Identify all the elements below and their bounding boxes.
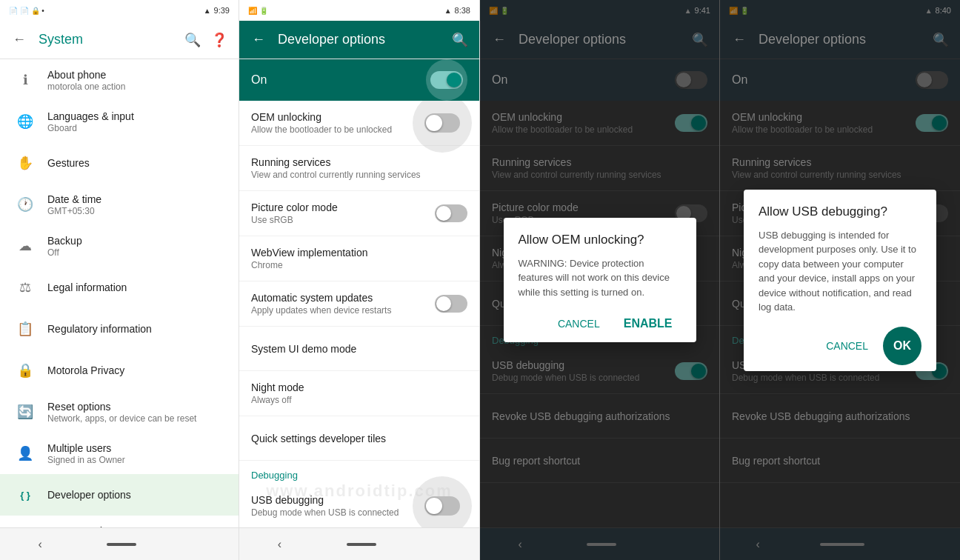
privacy-label: Motorola Privacy — [47, 364, 124, 376]
night-label-mid: Night mode — [251, 381, 467, 393]
color-toggle-mid[interactable] — [435, 204, 467, 222]
usb-ok-button[interactable]: OK — [883, 327, 921, 365]
webview-sub-mid: Chrome — [251, 260, 467, 270]
setting-oem-mid[interactable]: OEM unlocking Allow the bootloader to be… — [239, 101, 479, 146]
oem-cancel-button[interactable]: Cancel — [549, 311, 609, 336]
sidebar-item-legal[interactable]: ⚖ Legal information — [0, 267, 239, 308]
users-label: Multiple users — [47, 442, 125, 454]
appbar-title-left: System — [33, 32, 179, 47]
night-sub-mid: Always off — [251, 395, 467, 405]
setting-usb-mid[interactable]: USB debugging Debug mode when USB is con… — [239, 484, 479, 527]
users-sub: Signed in as Owner — [47, 455, 125, 465]
sidebar-item-about[interactable]: ℹ About phone motorola one action — [0, 59, 239, 101]
on-toggle-wrap-mid[interactable] — [426, 59, 467, 101]
reset-label: Reset options — [47, 401, 196, 413]
back-nav-mid[interactable]: ‹ — [266, 532, 293, 557]
search-button-left[interactable]: 🔍 — [179, 27, 206, 53]
on-toggle-mid[interactable] — [430, 71, 463, 89]
appbar-left: ← System 🔍 ❓ — [0, 21, 239, 59]
running-sub-mid: View and control currently running servi… — [251, 170, 467, 180]
usb-dialog-body: USB debugging is intended for developmen… — [759, 228, 921, 315]
sidebar-list: ℹ About phone motorola one action 🌐 Lang… — [0, 59, 239, 527]
sidebar-item-developer[interactable]: { } Developer options — [0, 474, 239, 516]
backup-icon: ☁ — [12, 233, 39, 259]
status-right-mid: ▲ 8:38 — [444, 6, 470, 15]
gestures-label: Gestures — [47, 157, 90, 169]
autoupdate-label-mid: Automatic system updates — [251, 292, 435, 304]
setting-running-mid[interactable]: Running services View and control curren… — [239, 146, 479, 191]
sidebar-item-regulatory[interactable]: 📋 Regulatory information — [0, 308, 239, 350]
sidebar-item-privacy[interactable]: 🔒 Motorola Privacy — [0, 350, 239, 391]
developer-options-panel-b: 📶 🔋 ▲ 8:40 ← Developer options 🔍 On OEM — [720, 0, 960, 560]
backup-sub: Off — [47, 247, 82, 258]
bottom-nav-mid: ‹ — [239, 527, 479, 560]
time-mid: 8:38 — [455, 6, 470, 15]
setting-webview-mid[interactable]: WebView implementation Chrome — [239, 236, 479, 281]
privacy-icon: 🔒 — [12, 357, 39, 384]
status-bar-mid: 📶 🔋 ▲ 8:38 — [239, 0, 479, 21]
usb-dialog-overlay: Allow USB debugging? USB debugging is in… — [720, 0, 960, 560]
settings-list-mid: OEM unlocking Allow the bootloader to be… — [239, 101, 479, 527]
help-button-left[interactable]: ❓ — [206, 27, 233, 53]
oem-enable-button[interactable]: Enable — [615, 311, 681, 336]
languages-icon: 🌐 — [12, 108, 39, 135]
setting-autoupdate-mid[interactable]: Automatic system updates Apply updates w… — [239, 281, 479, 327]
webview-label-mid: WebView implementation — [251, 247, 467, 259]
autoupdate-toggle-mid[interactable] — [435, 295, 467, 313]
right-panels-wrap: 📶 🔋 ▲ 9:41 ← Developer options 🔍 On OEM — [480, 0, 960, 560]
setting-demo-mid[interactable]: System UI demo mode — [239, 327, 479, 371]
gestures-icon: ✋ — [12, 150, 39, 176]
appbar-title-mid: Developer options — [272, 32, 447, 47]
notification-icons: 📄 📄 🔒 • — [9, 7, 44, 15]
reset-sub: Network, apps, or device can be reset — [47, 413, 196, 424]
toggle-circle-mid — [413, 101, 472, 153]
oem-dialog: Allow OEM unlocking? WARNING: Device pro… — [504, 218, 696, 343]
oem-dialog-actions: Cancel Enable — [519, 311, 681, 336]
demo-label-mid: System UI demo mode — [251, 343, 467, 355]
sidebar-item-gestures[interactable]: ✋ Gestures — [0, 142, 239, 184]
search-button-mid[interactable]: 🔍 — [447, 27, 473, 53]
wifi-icon-mid: ▲ — [444, 7, 452, 15]
reset-icon: 🔄 — [12, 399, 39, 425]
sidebar-item-backup[interactable]: ☁ Backup Off — [0, 225, 239, 267]
appbar-mid: ← Developer options 🔍 — [239, 21, 479, 59]
developer-options-panel-a: 📶 🔋 ▲ 9:41 ← Developer options 🔍 On OEM — [480, 0, 720, 560]
sidebar-item-sysupdate[interactable]: 📱 System updates Updated to Android 9 — [0, 516, 239, 527]
datetime-sub: GMT+05:30 — [47, 206, 101, 216]
setting-night-mid[interactable]: Night mode Always off — [239, 371, 479, 416]
sidebar-item-reset[interactable]: 🔄 Reset options Network, apps, or device… — [0, 391, 239, 433]
back-button-left[interactable]: ← — [6, 27, 33, 53]
legal-label: Legal information — [47, 281, 127, 293]
oem-dialog-title: Allow OEM unlocking? — [519, 233, 681, 247]
setting-color-mid[interactable]: Picture color mode Use sRGB — [239, 191, 479, 236]
about-label: About phone — [47, 69, 125, 81]
datetime-label: Date & time — [47, 193, 101, 205]
notif-icons-mid: 📶 🔋 — [248, 7, 268, 15]
system-settings-panel: 📄 📄 🔒 • ▲ 9:39 ← System 🔍 ❓ ℹ About phon… — [0, 0, 239, 560]
regulatory-icon: 📋 — [12, 316, 39, 342]
usb-cancel-button[interactable]: Cancel — [817, 327, 877, 365]
on-row-mid: On — [239, 59, 479, 101]
usb-dialog: Allow USB debugging? USB debugging is in… — [744, 190, 936, 371]
setting-quicktiles-mid[interactable]: Quick settings developer tiles — [239, 416, 479, 461]
on-toggle-thumb-mid — [447, 73, 461, 87]
back-nav-left[interactable]: ‹ — [26, 532, 53, 557]
time-left: 9:39 — [214, 6, 230, 15]
on-label-mid: On — [251, 73, 267, 87]
autoupdate-sub-mid: Apply updates when device restarts — [251, 305, 435, 316]
sidebar-item-languages[interactable]: 🌐 Languages & input Gboard — [0, 101, 239, 142]
developer-icon: { } — [12, 481, 39, 508]
oem-dialog-body: WARNING: Device protection features will… — [519, 256, 681, 300]
languages-sub: Gboard — [47, 123, 134, 133]
home-indicator-left[interactable] — [107, 543, 136, 546]
back-button-mid[interactable]: ← — [245, 27, 272, 53]
sidebar-item-datetime[interactable]: 🕐 Date & time GMT+05:30 — [0, 184, 239, 225]
status-bar-left: 📄 📄 🔒 • ▲ 9:39 — [0, 0, 239, 21]
usb-dialog-title: Allow USB debugging? — [759, 204, 921, 219]
wifi-icon: ▲ — [204, 7, 211, 15]
bottom-nav-left: ‹ — [0, 527, 239, 560]
datetime-icon: 🕐 — [12, 191, 39, 218]
sidebar-item-users[interactable]: 👤 Multiple users Signed in as Owner — [0, 433, 239, 474]
home-indicator-mid[interactable] — [347, 543, 376, 546]
status-icons-left: 📄 📄 🔒 • — [9, 7, 44, 15]
